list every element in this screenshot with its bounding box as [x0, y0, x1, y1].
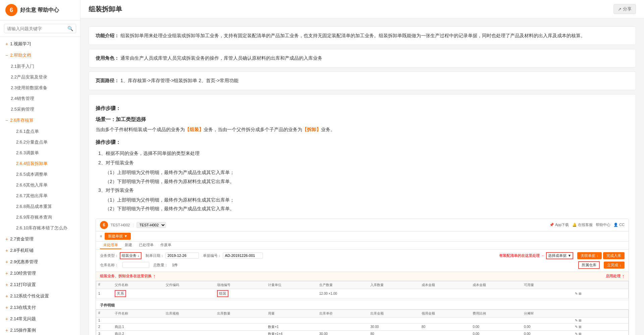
sidebar-item-stockcheck[interactable]: 2.6.9库存账本查询	[0, 212, 80, 223]
mock-tab-void[interactable]: 作废单	[157, 241, 175, 249]
sidebar-item-video[interactable]: + 1.视频学习	[0, 38, 80, 50]
highlight-assembly: 【组装】	[185, 127, 204, 132]
search-icon[interactable]: 🔍	[67, 26, 73, 31]
sidebar-item-sales[interactable]: 2.4销售管理	[0, 93, 80, 104]
mock-company: TEST-H002	[111, 223, 130, 227]
mock-complete-btn[interactable]: 完成入库	[603, 252, 625, 259]
mock-header-icons: 📌 App下载 🔔 在线客服 帮助中心 👤 CC	[549, 222, 625, 227]
mock-tab-new[interactable]: 新建	[121, 241, 136, 249]
expand-icon: +	[5, 259, 8, 265]
sidebar-item-label: 2.6.10库存账本错了怎么办	[16, 225, 67, 231]
sidebar-item-costcalc[interactable]: 2.6.8商品成本重算	[0, 201, 80, 212]
mock-annotation1-area: 有装配清单的在这里处理 ← 选择成单据 ▼	[499, 252, 573, 259]
intro-label: 功能介绍：	[96, 33, 119, 38]
sidebar-item-stocktake[interactable]: 2.6.1盘点单	[0, 126, 80, 137]
sidebar-item-assembly[interactable]: 2.6.4组装拆卸单	[0, 158, 80, 169]
sidebar-item-payment[interactable]: + 2.13在线支付	[0, 302, 80, 313]
expand-icon: +	[5, 41, 8, 47]
search-box[interactable]: 🔍	[4, 24, 76, 33]
highlight-disassembly: 【拆卸】	[302, 127, 321, 132]
sidebar-item-faq[interactable]: + 2.14常见问题	[0, 313, 80, 325]
mock-col-avail: 可用量	[524, 283, 575, 287]
mock-tab-processed[interactable]: 已处理单	[136, 241, 157, 249]
mock-company-select[interactable]: TEST-H002	[137, 222, 166, 228]
mock-action-btn[interactable]: 关联单据 ↓	[577, 252, 602, 259]
main-content: 组装拆卸单 ↗ 分享 功能介绍： 组装拆卸单用来处理企业组装或拆卸等加工业务，支…	[80, 0, 644, 335]
sidebar-item-stockerror[interactable]: 2.6.10库存账本错了怎么办	[0, 223, 80, 233]
mock-upper-arrow: ↑	[153, 273, 156, 279]
mock-col-in-qty: 入库数量	[370, 283, 422, 287]
mock-tab-unprocessed[interactable]: 未处理单	[100, 241, 121, 249]
mock-warehouse-select[interactable]: 所属仓库	[578, 261, 600, 269]
sidebar-item-cost[interactable]: 2.6.5成本调整单	[0, 169, 80, 180]
expand-icon: +	[5, 236, 8, 242]
mock-lower-col-action	[575, 311, 626, 316]
sidebar-item-install[interactable]: 2.2产品安装及登录	[0, 72, 80, 82]
search-area: 🔍	[0, 20, 80, 37]
sidebar-item-data[interactable]: 2.3使用前数据准备	[0, 82, 80, 93]
mock-select-btn[interactable]: 选择成单据 ▼	[546, 252, 573, 259]
sidebar-item-adjust[interactable]: 2.6.3调拨单	[0, 148, 80, 158]
sidebar-item-inbound[interactable]: 2.6.6其他入库单	[0, 180, 80, 190]
sidebar-item-coupon[interactable]: + 2.9优惠券管理	[0, 256, 80, 268]
mock-lower-col-price: 出库单价	[319, 311, 371, 316]
search-input[interactable]	[7, 26, 67, 31]
expand-icon: +	[5, 271, 8, 276]
mock-lower-alloc-2: 0.00	[524, 325, 575, 329]
share-icon: ↗	[618, 7, 622, 12]
sidebar-item-label: 2.6库存核算	[10, 117, 34, 123]
sidebar-item-label: 2.6.3调拨单	[16, 150, 39, 156]
sidebar-item-inventory[interactable]: − 2.6库存核算	[0, 115, 80, 126]
mock-lower-useamount-2: 80	[422, 325, 473, 329]
mock-warehouse-input[interactable]	[122, 262, 149, 268]
ops-section: 操作步骤： 场景一：加工类型选择 当由多个子件材料组装成一个成品的业务为【组装】…	[89, 94, 636, 335]
mock-type-input[interactable]: 组装业务 ↓	[120, 252, 142, 259]
path-label: 页面路径：	[96, 78, 119, 83]
sidebar-item-label: 2.帮助文档	[10, 52, 31, 58]
mock-form-row: 业务类型： 组装业务 ↓ 制单日期： 单据编号：	[100, 252, 625, 259]
mock-annotation1-text: 有装配清单的在这里处理	[499, 253, 540, 258]
sidebar-item-system[interactable]: + 2.12系统个性化设置	[0, 290, 80, 302]
sidebar-item-label: 2.13在线支付	[10, 304, 36, 311]
share-button[interactable]: ↗ 分享	[613, 4, 636, 14]
sidebar-item-purchase[interactable]: 2.5采购管理	[0, 104, 80, 115]
mock-form-row2: 仓库名称： 总数量： 1件 所属仓库 立完成 ↓	[100, 261, 625, 269]
mock-col-cost2: 成本金额	[473, 283, 524, 287]
mock-col-action	[575, 283, 626, 287]
sidebar-item-split[interactable]: 2.6.2分量盘点单	[0, 137, 80, 148]
mock-lower-col-name: 子件名称	[115, 311, 166, 316]
mock-upper-location: 组装	[217, 290, 268, 297]
sidebar-item-label: 1.视频学习	[10, 41, 31, 47]
sidebar-item-newbie[interactable]: 2.1新手入门	[0, 61, 80, 72]
sidebar-item-label: 2.12系统个性化设置	[10, 293, 49, 299]
sidebar-item-label: 2.2产品安装及登录	[11, 74, 47, 80]
mock-location-input[interactable]: 组装	[217, 290, 228, 297]
sidebar-item-cases[interactable]: + 2.15操作案例	[0, 325, 80, 335]
expand-icon: −	[5, 118, 8, 123]
mock-confirm-btn[interactable]: 立完成 ↓	[604, 262, 625, 269]
mock-type-label: 业务类型：	[100, 253, 118, 258]
mock-parent-name-input[interactable]: 关系	[115, 290, 126, 297]
mock-upper-prod-qty: 12.00 ×1.00	[319, 292, 371, 295]
mock-new-btn[interactable]: 新建单据 ▼	[105, 233, 131, 240]
steps-title: 操作步骤：	[96, 139, 629, 146]
mock-col-prod-qty: 生产数量	[319, 283, 371, 287]
step-1: 1、根据不同的业务，选择不同单据的类型来处理	[98, 149, 629, 158]
sidebar-item-print[interactable]: + 2.11打印设置	[0, 279, 80, 290]
sidebar-item-label: 2.7资金管理	[10, 236, 34, 242]
sidebar-item-mobile[interactable]: + 2.8手机旺铺	[0, 245, 80, 256]
mock-col-parent-code: 父件编码	[166, 283, 217, 287]
sidebar-item-docs[interactable]: − 2.帮助文档	[0, 50, 80, 61]
expand-icon: +	[5, 248, 8, 253]
sidebar-item-outbound[interactable]: 2.6.7其他出库单	[0, 190, 80, 201]
sidebar-item-ops[interactable]: + 2.10经营管理	[0, 268, 80, 279]
collapse-icon: −	[5, 53, 8, 58]
mock-lower-header: # 子件名称 出库规格 出库数量 用量 出库单价 出库金额 领用金额 费用比例 …	[96, 310, 629, 318]
sidebar-item-label: 2.9优惠券管理	[10, 259, 38, 265]
mock-lower-row-3: 3 商品 2 数量×1+4 30.00 80 0.00 0.00 ✎ ⊞	[96, 331, 629, 335]
mock-bill-input[interactable]	[223, 253, 263, 259]
step-2: 2、对于组装业务	[98, 158, 629, 167]
mock-date-input[interactable]	[165, 253, 199, 259]
sidebar-item-finance[interactable]: + 2.7资金管理	[0, 233, 80, 245]
mock-col-unit: 计量单位	[268, 283, 319, 287]
